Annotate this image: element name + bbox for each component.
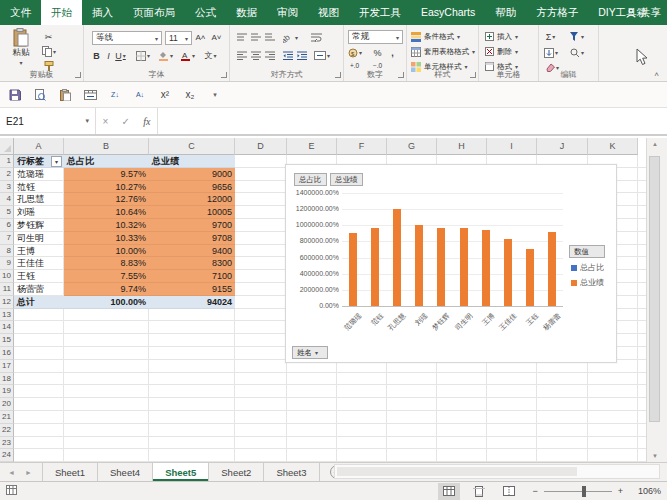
underline-button[interactable]: U▾ xyxy=(114,49,127,62)
paste-qat-button[interactable] xyxy=(57,87,73,103)
cell-percent[interactable]: 10.32% xyxy=(64,219,149,232)
row-header-20[interactable]: 20 xyxy=(0,398,14,411)
scroll-up-icon[interactable]: ▲ xyxy=(647,141,663,147)
row-header-24[interactable]: 24 xyxy=(0,449,14,462)
cell-grand-total-value[interactable]: 94024 xyxy=(149,296,235,309)
merge-center-qat-button[interactable] xyxy=(82,87,98,103)
font-color-button[interactable]: A ▾ xyxy=(180,49,195,62)
subscript-button[interactable]: x₂ xyxy=(182,87,198,103)
ribbon-tab-视图[interactable]: 视图 xyxy=(308,0,349,25)
cell-value[interactable]: 12000 xyxy=(149,193,235,206)
cell-percent[interactable]: 10.00% xyxy=(64,245,149,258)
wrap-text-button[interactable] xyxy=(310,31,323,44)
font-dialog-launcher[interactable] xyxy=(221,72,227,78)
align-left-button[interactable] xyxy=(235,49,248,62)
legend-values-button[interactable]: 数值 xyxy=(569,245,605,258)
row-header-16[interactable]: 16 xyxy=(0,347,14,360)
page-layout-view-button[interactable] xyxy=(468,483,490,500)
horizontal-scrollbar[interactable] xyxy=(334,464,660,479)
cell-name[interactable]: 王佳佳 xyxy=(14,257,64,270)
delete-cells-button[interactable]: 删除 ▾ xyxy=(485,45,518,58)
cell-value[interactable]: 9708 xyxy=(149,232,235,245)
increase-indent-button[interactable] xyxy=(295,49,308,62)
column-header-J[interactable]: J xyxy=(537,138,588,155)
cell-name[interactable]: 孔思慧 xyxy=(14,193,64,206)
row-header-21[interactable]: 21 xyxy=(0,411,14,424)
format-as-table-button[interactable]: 套用表格格式 ▾ xyxy=(411,45,475,58)
column-header-G[interactable]: G xyxy=(387,138,437,155)
chart-bar[interactable] xyxy=(437,228,445,306)
cell-percent[interactable]: 9.57% xyxy=(64,168,149,181)
row-header-9[interactable]: 9 xyxy=(0,257,14,270)
zoom-slider-thumb[interactable] xyxy=(582,486,586,497)
clipboard-dialog-launcher[interactable] xyxy=(75,72,81,78)
cell-value[interactable]: 9000 xyxy=(149,168,235,181)
font-size-combo[interactable]: 11▾ xyxy=(165,31,192,45)
sheet-nav-left-icon[interactable]: ◄ xyxy=(8,469,15,476)
column-header-F[interactable]: F xyxy=(337,138,387,155)
cell-value[interactable]: 9400 xyxy=(149,245,235,258)
align-right-button[interactable] xyxy=(263,49,276,62)
top-align-button[interactable] xyxy=(235,31,248,44)
chart-bar[interactable] xyxy=(504,239,512,306)
column-header-K[interactable]: K xyxy=(588,138,638,155)
cell-name[interactable]: 王钰 xyxy=(14,270,64,283)
cell-name[interactable]: 王博 xyxy=(14,245,64,258)
merge-center-button[interactable]: ▾ xyxy=(314,49,330,62)
zoom-out-button[interactable]: − xyxy=(532,486,537,496)
page-break-view-button[interactable] xyxy=(498,483,520,500)
number-format-combo[interactable]: 常规▾ xyxy=(348,30,403,44)
row-header-17[interactable]: 17 xyxy=(0,360,14,373)
superscript-button[interactable]: x² xyxy=(157,87,173,103)
increase-font-button[interactable]: A˄ xyxy=(194,31,207,44)
cell-percent[interactable]: 7.55% xyxy=(64,270,149,283)
ribbon-tab-开发工具[interactable]: 开发工具 xyxy=(349,0,411,25)
cell-percent[interactable]: 10.64% xyxy=(64,206,149,219)
row-header-18[interactable]: 18 xyxy=(0,373,14,386)
cell-percent[interactable]: 10.33% xyxy=(64,232,149,245)
sheet-tab-Sheet4[interactable]: Sheet4 xyxy=(98,463,153,481)
column-header-H[interactable]: H xyxy=(437,138,487,155)
save-button[interactable] xyxy=(7,87,23,103)
chart-bar[interactable] xyxy=(460,228,468,306)
axis-field-button[interactable]: 姓名 ▾ xyxy=(292,346,328,359)
sort-filter-button[interactable]: ▾ xyxy=(570,30,584,43)
cell-name[interactable]: 范钰 xyxy=(14,181,64,194)
row-header-2[interactable]: 2 xyxy=(0,168,14,181)
enter-button[interactable]: ✓ xyxy=(122,116,130,127)
copy-button[interactable]: ▾ xyxy=(42,45,56,58)
row-header-22[interactable]: 22 xyxy=(0,424,14,437)
ribbon-tab-开始[interactable]: 开始 xyxy=(41,0,82,25)
sort-ascending-button[interactable]: A↓ xyxy=(132,87,148,103)
cell-B1-total-pct-header[interactable]: 总占比 xyxy=(64,155,149,168)
horizontal-scrollbar-thumb[interactable] xyxy=(337,467,577,476)
middle-align-button[interactable] xyxy=(249,31,262,44)
column-header-I[interactable]: I xyxy=(487,138,537,155)
column-header-A[interactable]: A xyxy=(14,138,64,155)
decrease-indent-button[interactable] xyxy=(281,49,294,62)
ribbon-tab-页面布局[interactable]: 页面布局 xyxy=(123,0,185,25)
cell-grand-total-pct[interactable]: 100.00% xyxy=(64,296,149,309)
column-header-D[interactable]: D xyxy=(235,138,287,155)
row-labels-filter-button[interactable]: ▾ xyxy=(51,156,62,167)
sort-descending-button[interactable]: Z↓ xyxy=(107,87,123,103)
cell-value[interactable]: 10005 xyxy=(149,206,235,219)
row-header-7[interactable]: 7 xyxy=(0,232,14,245)
zoom-in-button[interactable]: + xyxy=(618,486,623,496)
accounting-format-button[interactable]: $ ▾ xyxy=(348,46,362,59)
row-header-4[interactable]: 4 xyxy=(0,193,14,206)
percent-style-button[interactable]: % xyxy=(371,46,384,59)
row-header-10[interactable]: 10 xyxy=(0,270,14,283)
row-header-23[interactable]: 23 xyxy=(0,437,14,450)
insert-function-button[interactable]: fx xyxy=(143,116,150,127)
cell-value[interactable]: 9656 xyxy=(149,181,235,194)
zoom-slider[interactable] xyxy=(544,491,612,492)
cell-percent[interactable]: 10.27% xyxy=(64,181,149,194)
ribbon-tab-帮助[interactable]: 帮助 xyxy=(485,0,526,25)
qat-customize-button[interactable]: ▾ xyxy=(207,87,223,103)
zoom-level[interactable]: 106% xyxy=(633,486,661,496)
vertical-scrollbar-thumb[interactable] xyxy=(649,156,660,422)
cell-name[interactable]: 刘瑶 xyxy=(14,206,64,219)
legend-item[interactable]: 总占比 xyxy=(571,262,604,273)
autosum-button[interactable]: Σ▾ xyxy=(544,30,557,43)
